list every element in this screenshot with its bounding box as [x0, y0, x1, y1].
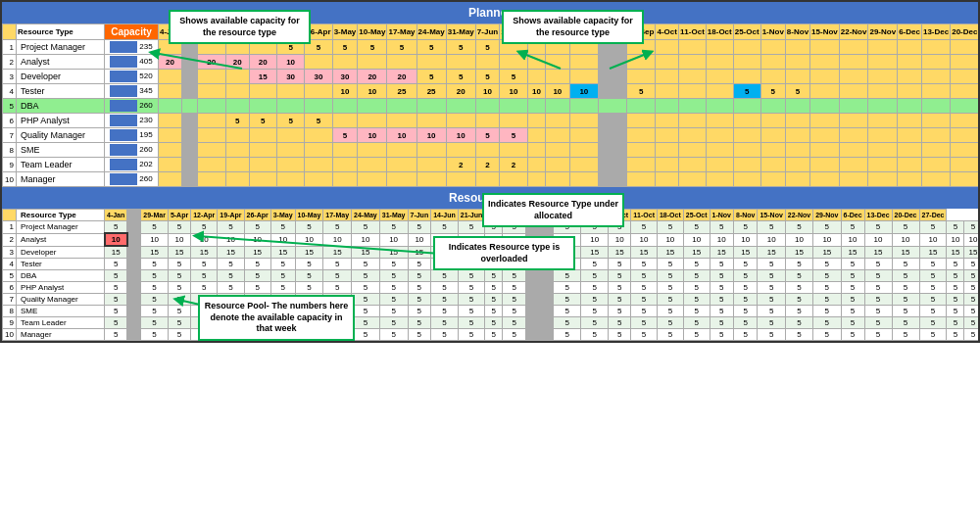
planner-header-row: Resource Type Capacity 4-Jan ... 29-Mar … [3, 24, 979, 40]
planner-scroll[interactable]: Resource Type Capacity 4-Jan ... 29-Mar … [2, 24, 978, 187]
pool-header-row: Resource Type4-Jan29-Mar5-Apr12-Apr19-Ap… [3, 210, 979, 221]
col-header-resource-type: Resource Type [17, 24, 105, 40]
planner-row: 2Analyst4052020202010 [3, 55, 979, 70]
col-header-capacity: Capacity [105, 24, 159, 40]
planner-row: 1Project Manager23555555555 [3, 40, 979, 55]
pool-row: 6PHP Analyst5555555555555555555555555555… [3, 282, 979, 294]
planner-row: 9Team Leader202222 [3, 158, 979, 172]
pool-section: Resource Pool Resource Type4-Jan29-Mar5-… [2, 187, 978, 341]
pool-row: 9Team Leader5555555555555555555555555555… [3, 317, 979, 329]
pool-row: 5DBA555555555555555555555555555555555 [3, 270, 979, 282]
planner-row: 6PHP Analyst2305555 [3, 114, 979, 128]
planner-section: Planner Resource Type Capacity 4-Jan ...… [2, 2, 978, 187]
planner-row: 5DBA260 [3, 99, 979, 114]
planner-tbody: 1Project Manager235555555552Analyst40520… [3, 40, 979, 187]
planner-row: 8SME260 [3, 143, 979, 158]
pool-row: 3Developer151515151515151515151515151515… [3, 246, 979, 259]
pool-row: 8SME555555555555555555555555555555555 [3, 306, 979, 317]
planner-header: Planner [2, 2, 978, 24]
planner-row: 10Manager260 [3, 172, 979, 187]
pool-scroll[interactable]: Resource Type4-Jan29-Mar5-Apr12-Apr19-Ap… [2, 209, 978, 341]
pool-row: 4Tester555555555555555555555555555555555 [3, 259, 979, 270]
planner-row: 7Quality Manager19551010101055 [3, 128, 979, 143]
pool-row: 1Project Manager555555555555555555555555… [3, 221, 979, 234]
pool-header: Resource Pool [2, 187, 978, 209]
pool-row: 2Analyst10101010101010101010101010101010… [3, 233, 979, 246]
main-container: Planner Resource Type Capacity 4-Jan ...… [0, 0, 980, 343]
planner-table: Resource Type Capacity 4-Jan ... 29-Mar … [2, 24, 978, 187]
date-header-1: 4-Jan [159, 24, 182, 40]
planner-row: 4Tester345101025252010101010105555 [3, 84, 979, 99]
pool-table: Resource Type4-Jan29-Mar5-Apr12-Apr19-Ap… [2, 209, 978, 341]
planner-row: 3Developer5201530303020205555 [3, 70, 979, 84]
pool-row: 7Quality Manager555555555555555555555555… [3, 294, 979, 306]
pool-tbody: Resource Type4-Jan29-Mar5-Apr12-Apr19-Ap… [3, 210, 979, 341]
pool-row: 10Manager5555555555555555555555555555555… [3, 329, 979, 341]
